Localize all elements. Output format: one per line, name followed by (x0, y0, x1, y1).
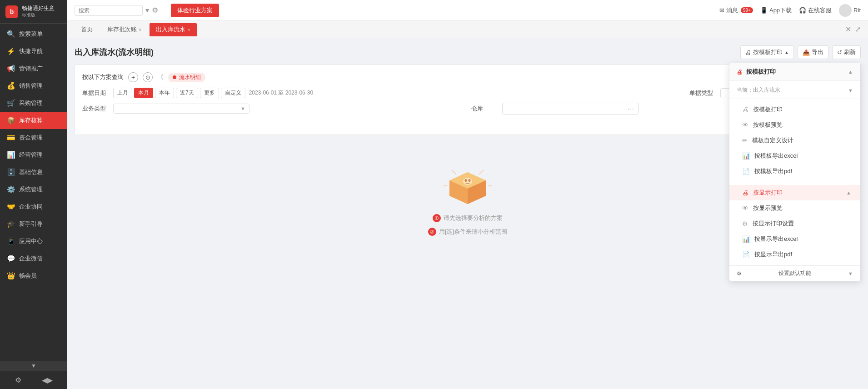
dropdown-footer[interactable]: ⚙ 设置默认功能 ▼ (729, 265, 860, 281)
maximize-window-btn[interactable]: ⤢ (855, 25, 861, 34)
dropdown-item-template_preview[interactable]: 👁按模板预览 (729, 117, 860, 133)
app-download-btn[interactable]: 📱 App下载 (760, 6, 792, 15)
collapse-filter-btn[interactable]: 《 (157, 73, 164, 81)
dropdown-item-template_print[interactable]: 🖨按模板打印 (729, 102, 860, 117)
sidebar-item-quicknav[interactable]: ⚡快捷导航 (0, 43, 67, 60)
date-btn-more[interactable]: 更多 (200, 88, 219, 98)
close-window-btn[interactable]: ✕ (845, 25, 851, 34)
dropdown-item-display_excel[interactable]: 📊按显示导出excel (729, 231, 860, 247)
print-icon: 🖨 (745, 49, 751, 56)
sidebar-scroll[interactable]: ▼ (0, 361, 67, 371)
sidebar-item-search[interactable]: 🔍搜索菜单 (0, 25, 67, 43)
dropdown-item-template_pdf[interactable]: 📄按模板导出pdf (729, 164, 860, 179)
hint-2: ② 用[选]条件来缩小分析范围 (428, 228, 507, 236)
date-btn-last7days[interactable]: 近7天 (176, 88, 198, 98)
content-area: 出入库流水(流水明细) 🖨 按模板打印 ▲ 📤 导出 ↺ 刷新 (67, 38, 868, 389)
svg-line-8 (479, 170, 484, 175)
page-actions: 🖨 按模板打印 ▲ 📤 导出 ↺ 刷新 🖨 (740, 45, 861, 59)
sidebar-item-system[interactable]: ⚙️系统管理 (0, 181, 67, 198)
display-chevron-icon[interactable]: ▲ (846, 190, 851, 195)
type-label: 单据类型 (689, 89, 717, 97)
sidebar-footer: ⚙ ◀▶ (0, 371, 67, 389)
dropdown-item-display_print_settings[interactable]: ⚙按显示打印设置 (729, 216, 860, 231)
date-btn-custom[interactable]: 自定义 (221, 88, 245, 98)
tab-close-batch[interactable]: × (139, 27, 141, 32)
warehouse-select[interactable]: ··· (502, 103, 639, 115)
user-avatar[interactable]: Rit (839, 4, 861, 17)
sidebar-item-wechat[interactable]: 💬企业微信 (0, 250, 67, 267)
dropdown-header: 🖨 按模板打印 ▲ (729, 63, 860, 81)
nav-label-search: 搜索菜单 (19, 30, 43, 38)
add-filter-btn[interactable]: + (128, 72, 138, 82)
filter-tag-label: 流水明细 (179, 74, 201, 81)
sidebar-item-appcenter[interactable]: 📱应用中心 (0, 233, 67, 250)
filter-settings-btn[interactable]: ⊙ (143, 72, 153, 82)
label-template_preview: 按模板预览 (753, 121, 783, 129)
sidebar-item-basic[interactable]: 🗄️基础信息 (0, 164, 67, 181)
icon-display_pdf: 📄 (742, 251, 750, 258)
current-chevron-icon[interactable]: ▼ (848, 88, 853, 93)
label-template_print: 按模板打印 (753, 105, 783, 114)
nav-icon-quicknav: ⚡ (6, 47, 15, 55)
nav-icon-search: 🔍 (6, 30, 15, 38)
settings-icon[interactable]: ⚙ (15, 376, 21, 384)
tab-label-batch: 库存批次账 (107, 25, 137, 34)
hint-num-2: ② (428, 228, 436, 236)
main-area: ▾ ⚙ 体验行业方案 ✉ 消息 99+ 📱 App下载 🎧 在线客服 Rit (67, 0, 868, 389)
nav-label-operation: 经营管理 (19, 151, 43, 159)
dropdown-item-display_pdf[interactable]: 📄按显示导出pdf (729, 247, 860, 262)
sidebar-item-member[interactable]: 👑畅会员 (0, 267, 67, 284)
export-btn[interactable]: 📤 导出 (798, 45, 828, 59)
sidebar-item-marketing[interactable]: 📢营销推广 (0, 60, 67, 77)
icon-template_preview: 👁 (742, 121, 748, 129)
message-btn[interactable]: ✉ 消息 99+ (719, 6, 753, 15)
dropdown-up-icon[interactable]: ▲ (848, 69, 853, 75)
customer-service-btn[interactable]: 🎧 在线客服 (799, 6, 832, 15)
dropdown-item-template_custom[interactable]: ✏模板自定义设计 (729, 133, 860, 148)
business-type-select[interactable]: ▼ (113, 104, 249, 114)
tab-close-flow[interactable]: × (187, 27, 190, 32)
sidebar-item-inventory[interactable]: 📦库存核算 (0, 112, 67, 129)
date-btn-last_month[interactable]: 上月 (113, 88, 132, 98)
scroll-down-icon[interactable]: ▼ (31, 363, 36, 369)
print-dropdown-panel: 🖨 按模板打印 ▲ 当前：出入库流水 ▼ 🖨按模板打印👁按模板预览✏模板自定义设… (729, 63, 861, 281)
warehouse-label: 仓库 (471, 105, 499, 113)
refresh-btn[interactable]: ↺ 刷新 (832, 45, 861, 59)
tab-batch[interactable]: 库存批次账× (101, 23, 148, 36)
tab-home[interactable]: 首页 (75, 23, 99, 36)
sidebar-item-operation[interactable]: 📊经营管理 (0, 146, 67, 164)
print-btn[interactable]: 🖨 按模板打印 ▲ (740, 45, 794, 59)
nav-icon-sales: 💰 (6, 82, 15, 90)
label-template_pdf: 按模板导出pdf (754, 167, 792, 175)
sidebar-item-enterprise[interactable]: 🤝企业协同 (0, 198, 67, 215)
page-header: 出入库流水(流水明细) 🖨 按模板打印 ▲ 📤 导出 ↺ 刷新 (75, 45, 861, 59)
export-icon: 📤 (803, 49, 810, 56)
nav-label-guide: 新手引导 (19, 220, 43, 228)
date-btn-current_month[interactable]: 本月 (134, 88, 153, 98)
label-display_excel: 按显示导出excel (754, 235, 798, 243)
tabs-right: ✕ ⤢ (845, 25, 861, 34)
date-btn-current_year[interactable]: 本年 (155, 88, 174, 98)
label-template_custom: 模板自定义设计 (752, 136, 793, 145)
sidebar-item-sales[interactable]: 💰销售管理 (0, 77, 67, 95)
tabs-bar: 首页库存批次账×出入库流水× ✕ ⤢ (67, 21, 868, 38)
settings-gear-icon[interactable]: ⚙ (152, 6, 158, 15)
dropdown-item-template_excel[interactable]: 📊按模板导出excel (729, 148, 860, 164)
sidebar-item-guide[interactable]: 🎓新手引导 (0, 215, 67, 233)
sidebar-item-finance[interactable]: 💳资金管理 (0, 129, 67, 146)
nav-icon-appcenter: 📱 (6, 237, 15, 245)
display-section-header-item[interactable]: 🖨 按显示打印 ▲ (729, 185, 860, 200)
sidebar-item-purchase[interactable]: 🛒采购管理 (0, 95, 67, 112)
settings-default-icon: ⚙ (737, 270, 742, 277)
dropdown-item-display_preview[interactable]: 👁按显示预览 (729, 200, 860, 216)
search-input[interactable] (75, 5, 143, 16)
gear-icon[interactable]: ▾ (145, 6, 149, 15)
collapse-icon[interactable]: ◀▶ (42, 376, 53, 384)
footer-chevron-icon: ▼ (848, 271, 853, 276)
tab-flow[interactable]: 出入库流水× (150, 23, 196, 36)
avatar-image (839, 4, 852, 17)
nav-icon-operation: 📊 (6, 151, 15, 159)
refresh-icon: ↺ (837, 49, 842, 56)
label-display_print_settings: 按显示打印设置 (753, 219, 794, 228)
trial-btn[interactable]: 体验行业方案 (171, 4, 219, 17)
